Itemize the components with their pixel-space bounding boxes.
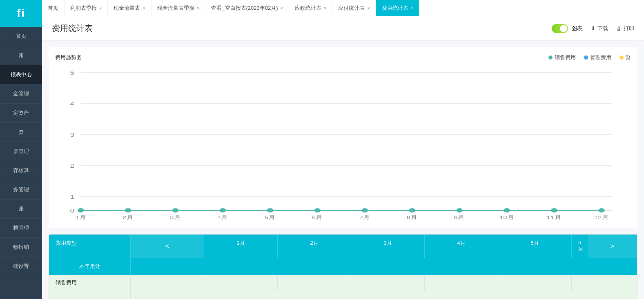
row-m2 — [278, 275, 351, 290]
download-button[interactable]: ⬇ 下载 — [591, 25, 608, 32]
svg-point-12 — [78, 208, 84, 213]
svg-text:9月: 9月 — [454, 215, 465, 220]
tab-home[interactable]: 首页 — [42, 0, 65, 16]
tab-payables-label: 应付统计表 — [338, 4, 365, 12]
sidebar-item-files[interactable]: 档管理 — [0, 219, 42, 238]
sidebar-item-accounts[interactable]: 账 — [0, 46, 42, 65]
svg-text:4月: 4月 — [217, 215, 228, 220]
tab-expense-close[interactable]: × — [411, 6, 413, 11]
svg-text:10月: 10月 — [499, 215, 515, 220]
tab-blank-report-close[interactable]: × — [281, 6, 283, 11]
svg-text:1: 1 — [70, 194, 75, 199]
sidebar-item-services[interactable]: 务管理 — [0, 180, 42, 199]
svg-point-16 — [267, 208, 274, 213]
page-header: 费用统计表 图表 ⬇ 下载 🖨 打印 — [42, 16, 644, 41]
sidebar-item-settings[interactable]: 础设置 — [0, 257, 42, 276]
chart-section: 费用趋势图 销售费用 管理费用 财 — [49, 47, 637, 228]
col-m3: 3月 — [351, 235, 425, 258]
sidebar-item-home[interactable]: 首页 — [0, 27, 42, 46]
col-m5: 5月 — [498, 235, 572, 258]
row-total — [49, 290, 131, 299]
svg-point-13 — [125, 208, 131, 213]
svg-point-17 — [314, 208, 321, 213]
chart-toggle[interactable] — [552, 24, 568, 33]
tab-blank-report[interactable]: 查看_空白报表(2023年02月) × — [205, 0, 289, 16]
svg-text:3: 3 — [70, 132, 75, 137]
col-m1: 1月 — [204, 235, 278, 258]
tab-payables-report[interactable]: 应付统计表 × — [332, 0, 376, 16]
toggle-label: 图表 — [571, 25, 583, 32]
main-area: 首页 利润表季报 × 现金流量表 × 现金流量表季报 × 查看_空白报表(202… — [42, 0, 644, 299]
svg-text:1月: 1月 — [75, 215, 86, 220]
tab-profit-close[interactable]: × — [99, 6, 102, 11]
sidebar-item-fixed-assets[interactable]: 定资产 — [0, 104, 42, 123]
svg-point-23 — [598, 208, 605, 213]
col-m2: 2月 — [278, 235, 351, 258]
svg-text:0: 0 — [70, 208, 75, 213]
col-total: 本年累计 — [49, 258, 131, 275]
legend-admin-dot — [584, 55, 588, 60]
sidebar-item-sales[interactable]: 畅报销 — [0, 238, 42, 257]
row-nav-next — [588, 275, 637, 290]
page-content: 费用统计表 图表 ⬇ 下载 🖨 打印 费用趋势图 — [42, 16, 644, 299]
chart-svg: 5 4 3 2 1 0 — [55, 66, 631, 221]
chart-toggle-wrapper: 图表 — [552, 24, 583, 33]
svg-point-14 — [172, 208, 179, 213]
row-m6 — [572, 275, 588, 290]
svg-text:5月: 5月 — [265, 215, 276, 220]
tab-cashflow-quarterly[interactable]: 现金流量表季报 × — [152, 0, 205, 16]
tab-receivables-label: 应收统计表 — [295, 4, 321, 12]
tab-payables-close[interactable]: × — [367, 6, 370, 11]
svg-point-15 — [220, 208, 226, 213]
table-row: 销售费用 — [49, 275, 637, 299]
tab-expense-label: 费用统计表 — [382, 4, 408, 12]
sidebar-item-receivables[interactable]: 账 — [0, 199, 42, 219]
chart-area: 5 4 3 2 1 0 — [55, 66, 631, 221]
download-icon: ⬇ — [591, 25, 595, 31]
nav-next-button[interactable]: > — [588, 235, 637, 258]
sidebar-item-funds[interactable]: 金管理 — [0, 84, 42, 104]
tab-cashflow-close[interactable]: × — [143, 6, 145, 11]
tab-receivables-report[interactable]: 应收统计表 × — [289, 0, 332, 16]
print-icon: 🖨 — [616, 25, 622, 31]
svg-text:8月: 8月 — [407, 215, 418, 220]
chart-title: 费用趋势图 — [55, 54, 82, 61]
tab-cashflow[interactable]: 现金流量表 × — [108, 0, 151, 16]
svg-text:2: 2 — [70, 163, 75, 168]
svg-point-22 — [551, 208, 557, 213]
print-button[interactable]: 🖨 打印 — [616, 25, 634, 32]
tab-blank-report-label: 查看_空白报表(2023年02月) — [211, 4, 278, 12]
tab-cashflow-label: 现金流量表 — [114, 4, 140, 12]
sidebar-item-invoices[interactable]: 票管理 — [0, 142, 42, 161]
page-title: 费用统计表 — [52, 23, 93, 34]
tab-bar: 首页 利润表季报 × 现金流量表 × 现金流量表季报 × 查看_空白报表(202… — [42, 0, 644, 16]
legend-sales-dot — [548, 55, 553, 60]
row-m4 — [425, 275, 498, 290]
nav-prev-button[interactable]: < — [131, 235, 204, 258]
print-label: 打印 — [624, 25, 634, 32]
table-header: 费用类型 < 1月 2月 3月 4月 5月 6月 > 本年累计 — [49, 235, 637, 275]
svg-text:2月: 2月 — [123, 215, 134, 220]
svg-text:3月: 3月 — [170, 215, 181, 220]
sidebar-item-reports[interactable]: 报表中心 — [0, 65, 42, 84]
legend-finance-label: 财 — [626, 54, 631, 61]
svg-text:6月: 6月 — [312, 215, 323, 220]
svg-text:12月: 12月 — [594, 215, 609, 220]
svg-text:4: 4 — [70, 101, 75, 106]
col-m4: 4月 — [425, 235, 498, 258]
svg-point-21 — [504, 208, 510, 213]
legend-admin: 管理费用 — [584, 54, 611, 61]
tab-profit[interactable]: 利润表季报 × — [65, 0, 108, 16]
row-type: 销售费用 — [49, 275, 131, 290]
chart-legend: 销售费用 管理费用 财 — [548, 54, 631, 61]
tab-cashflow-quarterly-close[interactable]: × — [197, 6, 199, 11]
col-type: 费用类型 — [49, 235, 131, 258]
tab-receivables-close[interactable]: × — [324, 6, 326, 11]
sidebar-item-inventory[interactable]: 存核算 — [0, 161, 42, 180]
tab-expense-report[interactable]: 费用统计表 × — [376, 0, 419, 16]
header-actions: 图表 ⬇ 下载 🖨 打印 — [552, 24, 634, 33]
legend-finance-dot — [619, 55, 624, 60]
sidebar-item-resources[interactable]: 资 — [0, 123, 42, 142]
svg-point-20 — [456, 208, 463, 213]
tab-profit-label: 利润表季报 — [70, 4, 97, 12]
